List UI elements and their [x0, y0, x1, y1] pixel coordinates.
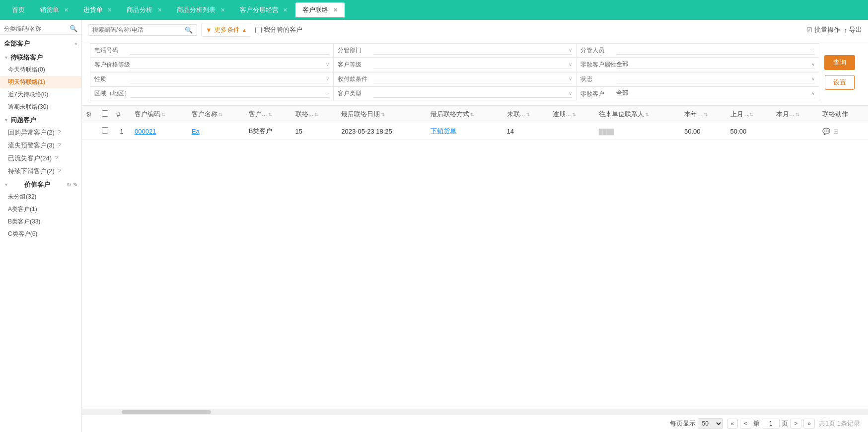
filter-status-input[interactable] [616, 75, 811, 82]
col-overdue-sort[interactable]: ⇅ [572, 112, 576, 117]
sidebar-search-input[interactable] [4, 25, 70, 32]
chevron-down-icon-6[interactable]: ∨ [569, 76, 572, 81]
col-code-sort[interactable]: ⇅ [161, 112, 165, 117]
batch-op-button[interactable]: ☑ 批量操作 [806, 25, 840, 34]
help-icon-churned[interactable]: ? [54, 154, 58, 162]
filter-customer-level-input[interactable] [373, 61, 569, 68]
sidebar-item-overdue[interactable]: 逾期未联络(30) [0, 101, 81, 113]
sidebar-group-value[interactable]: 价值客户 ↻ ✎ [0, 178, 81, 191]
col-checkbox[interactable] [98, 106, 113, 123]
sidebar-group-pending[interactable]: 待联络客户 [0, 51, 81, 64]
row-last-method-link[interactable]: 下销货单 [431, 127, 456, 135]
col-name[interactable]: 客户名称 ⇅ [188, 106, 245, 123]
nav-item-analysis-list[interactable]: 商品分析列表 ✕ [170, 2, 232, 17]
gear-icon[interactable]: ⚙ [86, 111, 92, 118]
filter-scatter-attr-wrap[interactable]: ∨ [616, 61, 815, 69]
nav-item-purchase[interactable]: 进货单 ✕ [76, 2, 119, 17]
nav-close-customer-tier[interactable]: ✕ [283, 7, 288, 13]
help-icon-declining[interactable]: ? [57, 167, 61, 175]
sidebar-item-7days[interactable]: 近7天待联络(0) [0, 88, 81, 101]
nav-close-sales[interactable]: ✕ [64, 7, 69, 13]
dots-icon-2[interactable]: ··· [325, 90, 329, 96]
col-overdue[interactable]: 逾期... ⇅ [549, 106, 595, 123]
per-page-select[interactable]: 50 100 200 [698, 418, 723, 429]
chevron-down-icon[interactable]: ∨ [569, 47, 572, 53]
page-input[interactable] [762, 419, 780, 429]
settings-button[interactable]: 设置 [825, 75, 855, 90]
nav-item-customer-contact[interactable]: 客户联络 ✕ [295, 2, 345, 17]
col-this-year[interactable]: 本年... ⇅ [680, 106, 726, 123]
filter-price-level-wrap[interactable]: ∨ [130, 61, 329, 69]
sidebar-item-class-c[interactable]: C类客户(6) [0, 228, 81, 240]
nav-home[interactable]: 首页 [5, 2, 32, 17]
filter-dept-select-wrap[interactable]: ∨ [373, 46, 572, 55]
filter-phone-input[interactable] [130, 46, 329, 53]
filter-status-wrap[interactable]: ∨ [616, 75, 815, 83]
dots-icon[interactable]: ··· [811, 47, 815, 53]
filter-customer-type-wrap[interactable]: ∨ [373, 89, 572, 98]
chevron-down-icon-7[interactable]: ∨ [811, 76, 815, 81]
help-icon-churn-warn[interactable]: ? [57, 142, 61, 149]
search-icon[interactable]: 🔍 [185, 26, 193, 34]
row-name[interactable]: Ea [188, 123, 245, 140]
nav-close-analysis-list[interactable]: ✕ [220, 7, 225, 13]
chevron-down-icon-3[interactable]: ∨ [569, 62, 572, 67]
export-button[interactable]: ↑ 导出 [844, 25, 863, 34]
filter-manager-input-wrap[interactable]: ··· [616, 46, 815, 55]
col-type-sort[interactable]: ⇅ [268, 112, 272, 117]
col-code[interactable]: 客户编码 ⇅ [131, 106, 188, 123]
sidebar-item-abnormal[interactable]: 回购异常客户(2) ? [0, 126, 81, 139]
action-grid-icon[interactable]: ⊞ [833, 128, 839, 135]
filter-customer-type-input[interactable] [373, 89, 569, 96]
col-uncontacted[interactable]: 未联... ⇅ [503, 106, 549, 123]
help-icon-abnormal[interactable]: ? [57, 129, 61, 136]
sidebar-collapse-icon[interactable]: « [74, 41, 77, 47]
sidebar-item-churn-warn[interactable]: 流失预警客户(3) ? [0, 139, 81, 152]
nav-close-analysis[interactable]: ✕ [157, 7, 162, 13]
col-last-month[interactable]: 上月... ⇅ [726, 106, 773, 123]
col-company-contact[interactable]: 往来单位联系人 ⇅ [595, 106, 680, 123]
filter-nature-input[interactable] [130, 75, 326, 82]
sidebar-all-customers[interactable]: 全部客户 « [0, 37, 81, 51]
sidebar-item-churned[interactable]: 已流失客户(24) ? [0, 152, 81, 165]
sidebar-item-ungrouped[interactable]: 未分组(32) [0, 191, 81, 203]
sidebar-group-problem[interactable]: 问题客户 [0, 113, 81, 126]
chevron-down-icon-8[interactable]: ∨ [569, 90, 572, 96]
col-this-year-sort[interactable]: ⇅ [704, 112, 708, 117]
row-checkbox[interactable] [98, 123, 113, 140]
col-contact-sort[interactable]: ⇅ [314, 112, 318, 117]
last-page-button[interactable]: » [803, 419, 815, 429]
row-gear[interactable] [82, 123, 98, 140]
nav-close-customer-contact[interactable]: ✕ [333, 7, 338, 13]
col-last-method-sort[interactable]: ⇅ [470, 112, 474, 117]
col-last-method[interactable]: 最后联络方式 ⇅ [427, 106, 503, 123]
action-chat-icon[interactable]: 💬 [822, 128, 830, 135]
search-box[interactable]: 🔍 [88, 24, 197, 36]
chevron-down-icon-2[interactable]: ∨ [326, 62, 329, 67]
my-customers-checkbox[interactable]: 我分管的客户 [255, 25, 302, 34]
row-last-method[interactable]: 下销货单 [427, 123, 503, 140]
filter-payment-wrap[interactable]: ∨ [373, 75, 572, 83]
sidebar-search-box[interactable]: 🔍 [0, 23, 81, 35]
filter-phone-input-wrap[interactable] [130, 46, 329, 55]
row-code[interactable]: 000021 [131, 123, 188, 140]
horizontal-scrollbar[interactable] [82, 409, 868, 415]
sidebar-item-class-b[interactable]: B类客户(33) [0, 216, 81, 228]
col-company-contact-sort[interactable]: ⇅ [645, 112, 649, 117]
filter-manager-input[interactable] [616, 46, 811, 53]
col-last-date[interactable]: 最后联络日期 ⇅ [337, 106, 427, 123]
nav-item-customer-tier[interactable]: 客户分层经营 ✕ [233, 2, 295, 17]
filter-region-wrap[interactable]: ··· [130, 89, 329, 98]
col-this-month[interactable]: 本月... ⇅ [772, 106, 818, 123]
search-input[interactable] [92, 26, 185, 33]
prev-page-button[interactable]: < [740, 419, 751, 429]
chevron-down-icon-5[interactable]: ∨ [326, 76, 329, 81]
filter-dept-input[interactable] [373, 46, 569, 53]
row-name-link[interactable]: Ea [192, 128, 200, 135]
col-uncontacted-sort[interactable]: ⇅ [526, 112, 530, 117]
row-actions[interactable]: 💬 ⊞ [818, 123, 868, 140]
sidebar-search-icon[interactable]: 🔍 [70, 25, 77, 32]
more-filter-button[interactable]: ▼ 更多条件 ▲ [201, 23, 251, 37]
col-type[interactable]: 客户... ⇅ [245, 106, 291, 123]
scroll-thumb[interactable] [122, 410, 211, 414]
